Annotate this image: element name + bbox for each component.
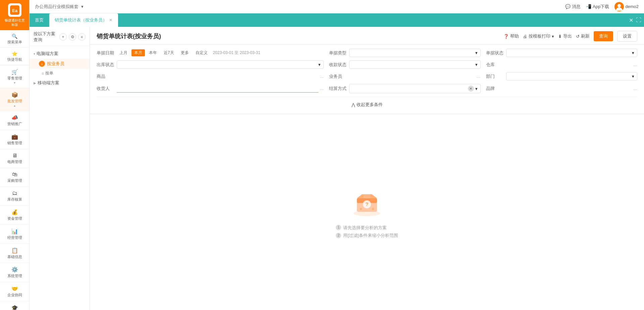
settle-clear-btn[interactable]: ✕ xyxy=(468,86,474,92)
date-tab-this-month[interactable]: 本月 xyxy=(131,49,145,56)
sidebar-nav: 🛒 零售管理 ▾ 📦 批发管理 ▴ 📣 营销推广 💼 销售管理 🖥 电商管理 🛍… xyxy=(0,65,29,310)
consignee-input[interactable] xyxy=(117,85,318,93)
goods-more-icon[interactable]: … xyxy=(320,74,324,79)
department-select[interactable]: ▾ xyxy=(506,72,637,81)
query-button[interactable]: 查询 xyxy=(594,31,613,41)
date-tab-this-year[interactable]: 本年 xyxy=(146,49,160,56)
scheme-order-label: 按单 xyxy=(45,70,53,76)
sidebar-item-label-marketing: 营销推广 xyxy=(7,121,22,126)
order-type-select[interactable]: ▾ xyxy=(349,49,480,57)
salesperson-input[interactable] xyxy=(349,72,475,80)
tab-home[interactable]: 首页 xyxy=(30,13,49,27)
shortcut-nav-item[interactable]: ⭐ 快捷导航 xyxy=(0,48,29,65)
date-tab-last-month[interactable]: 上月 xyxy=(117,49,130,56)
brand-label: 品牌 xyxy=(486,86,503,92)
filter-area: 单据日期 上月 本月 本年 近7天 更多 自定义 2023-03-01 至 20… xyxy=(90,45,644,114)
sidebar-item-label-retail: 零售管理 xyxy=(7,76,22,81)
help-icon: ❓ xyxy=(503,34,509,39)
sidebar-item-basic[interactable]: 📋 基础信息 xyxy=(0,244,29,263)
sidebar-item-sales[interactable]: 💼 销售管理 xyxy=(0,130,29,149)
sidebar-item-purchase[interactable]: 🛍 采购管理 xyxy=(0,168,29,187)
export-btn[interactable]: ⬇ 导出 xyxy=(558,33,572,39)
pc-group-header[interactable]: ▾ 电脑端方案 xyxy=(30,49,90,59)
sidebar-item-marketing[interactable]: 📣 营销推广 xyxy=(0,111,29,130)
tab-close-action-icon[interactable]: ✕ xyxy=(629,17,633,23)
collapse-up-icon: ⋀ xyxy=(352,102,355,107)
sidebar-item-label-ecommerce: 电商管理 xyxy=(7,159,22,164)
pc-group: ▾ 电脑端方案 人 按业务员 ≡ 按单 xyxy=(30,49,90,78)
brand-input[interactable] xyxy=(506,85,632,93)
refresh-btn[interactable]: ↺ 刷新 xyxy=(576,33,590,39)
sidebar-item-system[interactable]: ⚙️ 系统管理 xyxy=(0,263,29,282)
print-dropdown-icon: ▾ xyxy=(552,34,554,39)
sidebar-item-label-system: 系统管理 xyxy=(7,273,22,278)
order-status-dropdown-icon: ▾ xyxy=(632,50,634,55)
brand-more-icon[interactable]: … xyxy=(633,86,637,91)
dropdown-arrow-icon: ▾ xyxy=(81,4,84,9)
tab-close-icon[interactable]: ✕ xyxy=(109,18,112,22)
scheme-order[interactable]: ≡ 按单 xyxy=(30,69,90,78)
out-status-select[interactable]: ▾ xyxy=(117,60,324,69)
empty-tip-2: 2 用[过滤]条件来缩小分析范围 xyxy=(336,231,398,239)
salesperson-label: 业务员 xyxy=(329,73,346,80)
sidebar-item-retail[interactable]: 🛒 零售管理 ▾ xyxy=(0,65,29,88)
left-panel-title: 按以下方案查询 xyxy=(34,31,59,43)
order-status-select[interactable]: ▾ xyxy=(506,49,637,57)
consignee-more-icon[interactable]: … xyxy=(320,86,324,91)
scheme-salesperson[interactable]: 人 按业务员 xyxy=(30,59,90,69)
scheme-order-icon: ≡ xyxy=(42,71,44,76)
sidebar-item-operation[interactable]: 📊 经营管理 xyxy=(0,225,29,244)
sidebar-item-finance[interactable]: 💰 资金管理 xyxy=(0,206,29,225)
tab-sales-stat-label: 销货单统计表（按业务员） xyxy=(55,17,107,23)
scheme-icon: 人 xyxy=(39,61,45,67)
left-panel-actions: + ⚙ « xyxy=(59,33,86,41)
warehouse-input[interactable] xyxy=(506,61,632,68)
left-panel-header: 按以下方案查询 + ⚙ « xyxy=(30,27,90,46)
app-download-icon: 📲 xyxy=(586,4,591,9)
date-tabs: 上月 本月 本年 近7天 更多 自定义 xyxy=(117,49,210,56)
logo-icon: Ea xyxy=(8,3,21,17)
sidebar-item-label-sales: 销售管理 xyxy=(7,141,22,146)
salesperson-more-icon[interactable]: … xyxy=(477,74,481,79)
warehouse-more-icon[interactable]: … xyxy=(633,62,637,67)
user-profile[interactable]: demo2 xyxy=(614,2,639,11)
filter-row-1: 单据日期 上月 本月 本年 近7天 更多 自定义 2023-03-01 至 20… xyxy=(97,49,637,57)
date-tab-more[interactable]: 更多 xyxy=(178,49,192,56)
collapse-filter-label: 收起更多条件 xyxy=(357,102,383,108)
date-tab-custom[interactable]: 自定义 xyxy=(193,49,210,56)
content-area: 按以下方案查询 + ⚙ « ▾ 电脑端方案 xyxy=(30,27,644,310)
shortcut-nav-label: 快捷导航 xyxy=(7,57,22,62)
payment-status-select[interactable]: ▾ xyxy=(349,60,480,69)
tab-expand-icon[interactable]: ⛶ xyxy=(636,17,641,23)
avatar xyxy=(614,2,624,11)
collapse-filter-btn[interactable]: ⋀ 收起更多条件 xyxy=(345,100,389,110)
sidebar-item-wholesale[interactable]: 📦 批发管理 ▴ xyxy=(0,88,29,111)
settings-button[interactable]: 设置 xyxy=(617,31,637,42)
app-download-btn[interactable]: 📲 App下载 xyxy=(586,4,609,10)
template-print-btn[interactable]: 🖨 按模板打印 ▾ xyxy=(523,33,554,39)
user-name: demo2 xyxy=(625,4,639,9)
message-btn[interactable]: 💬 消息 xyxy=(565,4,581,10)
out-status-dropdown-icon: ▾ xyxy=(318,62,321,67)
date-tab-7days[interactable]: 近7天 xyxy=(161,49,177,56)
settle-select[interactable]: ✕ ▾ xyxy=(349,84,480,93)
sidebar-item-ecommerce[interactable]: 🖥 电商管理 xyxy=(0,149,29,168)
out-status-label: 出库状态 xyxy=(97,62,114,68)
help-btn[interactable]: ❓ 帮助 xyxy=(503,33,519,39)
filter-payment-status: 收款状态 ▾ xyxy=(329,60,480,69)
search-menu-item[interactable]: 🔍 搜索菜单 xyxy=(0,30,29,48)
tabbar-actions: ✕ ⛶ xyxy=(629,17,644,23)
tab-sales-stat[interactable]: 销货单统计表（按业务员） ✕ xyxy=(49,13,118,27)
goods-input[interactable] xyxy=(117,72,318,80)
sidebar-item-newbie[interactable]: 🎓 新手引导 xyxy=(0,301,29,310)
app-dropdown[interactable]: ▾ xyxy=(81,4,84,9)
add-scheme-btn[interactable]: + xyxy=(59,33,67,41)
export-icon: ⬇ xyxy=(558,34,562,39)
mobile-group-header[interactable]: ▶ 移动端方案 xyxy=(30,78,90,88)
operation-icon: 📊 xyxy=(11,228,18,235)
sidebar-item-enterprise[interactable]: 🤝 企业协同 xyxy=(0,282,29,301)
collapse-panel-btn[interactable]: « xyxy=(78,33,86,41)
scheme-settings-btn[interactable]: ⚙ xyxy=(69,33,76,41)
pc-group-label: 电脑端方案 xyxy=(37,51,58,57)
sidebar-item-inventory[interactable]: 🗂 库存核算 xyxy=(0,187,29,206)
